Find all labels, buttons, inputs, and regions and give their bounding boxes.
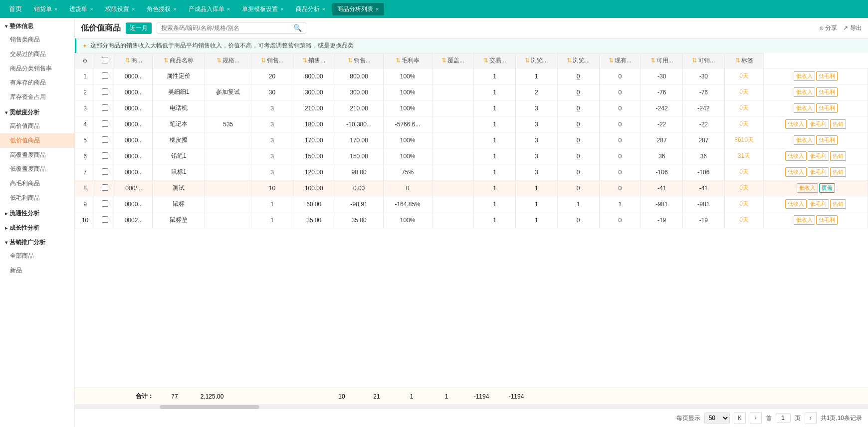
sidebar-item-high-value[interactable]: 高价值商品 xyxy=(0,119,74,133)
browse-link[interactable]: 0 xyxy=(577,137,580,144)
sidebar-item-new-products[interactable]: 新品 xyxy=(0,263,74,278)
col-settings[interactable]: ⚙ xyxy=(75,53,95,68)
col-tags[interactable]: ⇅标签 xyxy=(724,53,764,68)
close-icon[interactable]: × xyxy=(280,6,283,12)
row-checkbox[interactable] xyxy=(102,184,108,191)
sidebar-item-low-value[interactable]: 低价值商品 xyxy=(0,133,74,148)
col-coverage[interactable]: ⇅覆盖... xyxy=(432,53,474,68)
row-checkbox[interactable] xyxy=(102,216,108,223)
row-checkbox-cell[interactable] xyxy=(95,116,115,132)
sidebar-group-contribution[interactable]: ▾ 贡献度分析 xyxy=(0,104,74,119)
star-icon: ✦ xyxy=(82,42,87,49)
nav-product-analysis-list[interactable]: 商品分析列表× xyxy=(332,3,384,15)
prev-page-button[interactable]: ‹ xyxy=(750,412,762,424)
sidebar-item-sales-products[interactable]: 销售类商品 xyxy=(0,32,74,47)
sidebar-item-high-coverage[interactable]: 高覆盖度商品 xyxy=(0,148,74,162)
sidebar-group-growth[interactable]: ▸ 成长性分析 xyxy=(0,220,74,234)
row-checkbox-cell[interactable] xyxy=(95,84,115,100)
browse-link[interactable]: 0 xyxy=(577,105,580,112)
col-spec[interactable]: ⇅规格... xyxy=(205,53,251,68)
nav-product-analysis[interactable]: 商品分析× xyxy=(291,3,330,15)
nav-sales-order[interactable]: 销货单× xyxy=(29,3,62,15)
col-avail[interactable]: ⇅可用... xyxy=(641,53,683,68)
browse-link[interactable]: 0 xyxy=(577,153,580,160)
col-gross-margin[interactable]: ⇅毛利率 xyxy=(383,53,432,68)
row-checkbox-cell[interactable] xyxy=(95,68,115,84)
col-sellable[interactable]: ⇅可销... xyxy=(682,53,724,68)
col-browse1[interactable]: ⇅浏览... xyxy=(516,53,558,68)
row-checkbox-cell[interactable] xyxy=(95,196,115,212)
scrollbar-thumb[interactable] xyxy=(160,405,259,409)
sidebar-item-low-coverage[interactable]: 低覆盖度商品 xyxy=(0,162,74,176)
sidebar-item-stock-products[interactable]: 有库存的商品 xyxy=(0,75,74,90)
browse-link[interactable]: 0 xyxy=(577,169,580,176)
sidebar-item-low-margin[interactable]: 低毛利商品 xyxy=(0,191,74,205)
row-checkbox-cell[interactable] xyxy=(95,132,115,148)
search-input[interactable] xyxy=(161,24,291,31)
row-checkbox-cell[interactable] xyxy=(95,212,115,228)
col-sale3[interactable]: ⇅销售... xyxy=(335,53,383,68)
select-all-checkbox[interactable] xyxy=(102,57,108,63)
browse-link[interactable]: 0 xyxy=(577,73,580,80)
col-sale2[interactable]: ⇅销售... xyxy=(293,53,335,68)
close-icon[interactable]: × xyxy=(173,6,176,12)
col-checkbox[interactable] xyxy=(95,53,115,68)
row-checkbox-cell[interactable] xyxy=(95,164,115,180)
nav-product-instock[interactable]: 产成品入库单× xyxy=(184,3,235,15)
row-checkbox-cell[interactable] xyxy=(95,148,115,164)
sidebar-item-high-margin[interactable]: 高毛利商品 xyxy=(0,176,74,191)
col-name[interactable]: ⇅商品名称 xyxy=(153,53,205,68)
period-button[interactable]: 近一月 xyxy=(126,22,152,34)
nav-purchase-order[interactable]: 进货单× xyxy=(64,3,98,15)
row-checkbox-cell[interactable] xyxy=(95,180,115,196)
next-page-button[interactable]: › xyxy=(805,412,817,424)
sidebar-item-category-sales-rate[interactable]: 商品分类销售率 xyxy=(0,61,74,76)
row-checkbox[interactable] xyxy=(102,168,108,175)
horizontal-scrollbar[interactable] xyxy=(75,405,868,409)
row-checkbox[interactable] xyxy=(102,88,108,95)
sidebar-item-traded-products[interactable]: 交易过的商品 xyxy=(0,47,74,61)
tag-badge: 低毛利 xyxy=(816,103,838,113)
col-sale1[interactable]: ⇅销售... xyxy=(251,53,293,68)
gross-margin xyxy=(432,148,474,164)
page-size-select[interactable]: 50 100 200 xyxy=(704,413,730,424)
page-number-input[interactable] xyxy=(776,413,791,423)
nav-home[interactable]: 首页 xyxy=(4,2,27,15)
browse-link[interactable]: 0 xyxy=(577,217,580,224)
close-icon[interactable]: × xyxy=(132,6,135,12)
nav-permission-settings[interactable]: 权限设置× xyxy=(100,3,140,15)
sidebar-group-circulation[interactable]: ▸ 流通性分析 xyxy=(0,205,74,220)
row-checkbox[interactable] xyxy=(102,120,108,127)
col-trade[interactable]: ⇅交易... xyxy=(474,53,516,68)
row-checkbox[interactable] xyxy=(102,200,108,207)
nav-role-auth[interactable]: 角色授权× xyxy=(142,3,181,15)
browse-link[interactable]: 0 xyxy=(577,89,580,96)
share-button[interactable]: ⎋ 分享 xyxy=(820,24,837,32)
sidebar-item-all-products[interactable]: 全部商品 xyxy=(0,249,74,263)
col-browse2[interactable]: ⇅浏览... xyxy=(557,53,599,68)
close-icon[interactable]: × xyxy=(376,6,379,12)
row-checkbox-cell[interactable] xyxy=(95,100,115,116)
row-checkbox[interactable] xyxy=(102,136,108,143)
row-checkbox[interactable] xyxy=(102,152,108,159)
first-page-button[interactable]: K xyxy=(734,412,746,424)
close-icon[interactable]: × xyxy=(322,6,325,12)
close-icon[interactable]: × xyxy=(54,6,57,12)
row-checkbox[interactable] xyxy=(102,72,108,79)
col-stock[interactable]: ⇅现有... xyxy=(599,53,641,68)
close-icon[interactable]: × xyxy=(90,6,93,12)
close-icon[interactable]: × xyxy=(227,6,230,12)
sidebar-group-marketing[interactable]: ▾ 营销推广分析 xyxy=(0,234,74,249)
col-code[interactable]: ⇅商... xyxy=(115,53,153,68)
sidebar-group-overall[interactable]: ▾ 整体信息 xyxy=(0,18,74,32)
row-checkbox[interactable] xyxy=(102,104,108,111)
gross-margin xyxy=(432,68,474,84)
sidebar-item-stock-capital[interactable]: 库存资金占用 xyxy=(0,90,74,104)
search-icon[interactable]: 🔍 xyxy=(293,24,302,32)
browse-link[interactable]: 1 xyxy=(577,201,580,208)
browse-link[interactable]: 0 xyxy=(577,121,580,128)
nav-template-settings[interactable]: 单据模板设置× xyxy=(237,3,288,15)
browse-link[interactable]: 0 xyxy=(577,185,580,192)
export-button[interactable]: ↗ 导出 xyxy=(843,24,862,32)
row-number: 10 xyxy=(75,212,95,228)
